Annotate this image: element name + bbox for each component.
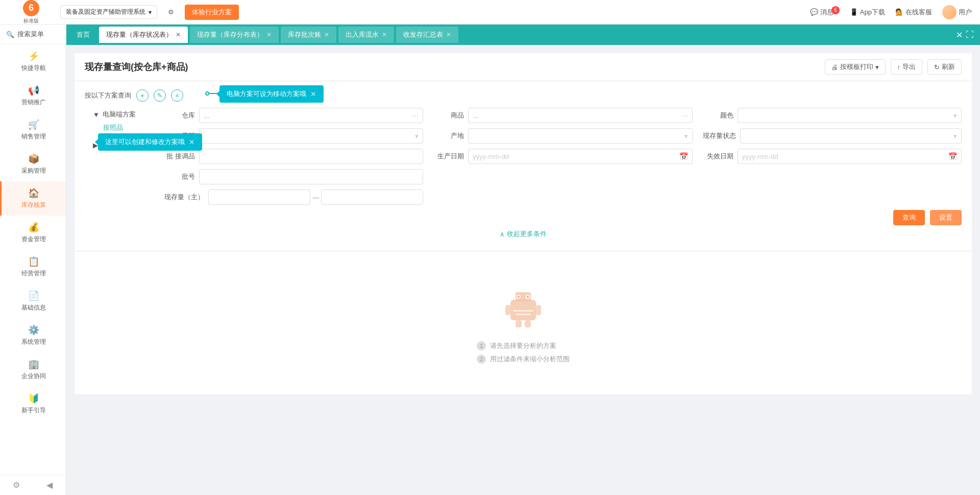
sidebar-item-enterprise[interactable]: 🏢 企业协同 [0, 352, 66, 387]
filter-batch-no: 批号 [164, 169, 423, 184]
online-service-button[interactable]: 💁 在线客服 [895, 8, 932, 17]
filter-label: 按以下方案查询 [85, 91, 131, 100]
sidebar-item-quick[interactable]: ⚡ 快捷导航 [0, 44, 66, 79]
tab-close-icon[interactable]: ✕ [266, 31, 272, 38]
sales-icon: 🛒 [28, 119, 39, 130]
tab-inventory-distribution[interactable]: 现存量（库存分布表） ✕ [190, 27, 279, 43]
content-card: 现存量查询(按仓库+商品) 🖨 按模板打印 ▾ ↑ 导出 [75, 53, 972, 394]
filter-size: 尺码 ▾ [164, 128, 423, 144]
filter-row-1: 仓库 ... ⋯ 商品 . [164, 108, 962, 123]
sidebar-item-label: 资金管理 [21, 235, 46, 244]
tab-home[interactable]: 首页 [69, 27, 97, 43]
tooltip-close-icon[interactable]: ✕ [189, 138, 195, 146]
dropdown-chevron-icon: ▾ [684, 132, 688, 140]
collapse-filter-button[interactable]: ∧ 收起更多条件 [85, 225, 962, 243]
collapse-sidebar-button[interactable]: ◀ [33, 475, 66, 495]
scheme-desktop-group[interactable]: ▼ 电脑端方案 [93, 108, 154, 121]
tab-label: 收发存汇总表 [403, 30, 443, 39]
sidebar-item-inventory[interactable]: 🏠 库存核算 [0, 181, 66, 216]
settings-icon[interactable]: ⚙ [163, 5, 179, 20]
scheme-item-goods[interactable]: 按照品 [103, 121, 154, 134]
add-scheme-button[interactable]: + [136, 89, 149, 102]
expire-date-input[interactable]: yyyy-mm-dd 📅 [738, 149, 962, 164]
edit-scheme-button[interactable]: ✎ [154, 89, 166, 102]
refresh-button[interactable]: ↻ 刷新 [927, 59, 962, 75]
search-button[interactable]: 查询 [893, 210, 925, 225]
empty-tip-2: 2 用过滤条件来缩小分析范围 [477, 355, 570, 364]
tab-summary[interactable]: 收发存汇总表 ✕ [396, 27, 458, 43]
message-button[interactable]: 💬 消息 6 [810, 8, 840, 17]
print-icon: 🖨 [831, 63, 838, 71]
origin-select[interactable]: ▾ [468, 128, 692, 144]
color-label: 颜色 [703, 111, 733, 120]
refresh-label: 刷新 [942, 62, 955, 72]
tab-inventory-status[interactable]: 现存量（库存状况表） ✕ [99, 27, 188, 43]
svg-rect-9 [505, 305, 510, 315]
app-download-label: App下载 [860, 8, 885, 17]
range-separator: — [312, 194, 319, 201]
sidebar-item-basic[interactable]: 📄 基础信息 [0, 284, 66, 318]
tooltip-text: 这里可以创建和修改方案哦 [105, 137, 185, 147]
sidebar-search[interactable]: 🔍 搜索菜单 [0, 25, 66, 44]
batch-no-input[interactable] [199, 169, 423, 184]
expire-date-placeholder: yyyy-mm-dd [742, 153, 778, 160]
sidebar-item-label: 采购管理 [21, 167, 46, 175]
dropdown-chevron-icon: ▾ [953, 112, 957, 120]
tab-fullscreen-icon[interactable]: ⛶ [966, 30, 974, 40]
tooltip-dot [205, 91, 209, 96]
tab-close-icon[interactable]: ✕ [382, 31, 387, 38]
basic-icon: 📄 [28, 290, 39, 301]
print-button[interactable]: 🖨 按模板打印 ▾ [825, 59, 886, 75]
dropdown-arrow-icon: ▾ [149, 9, 152, 16]
goods-placeholder: ... [473, 112, 478, 120]
stock-range-max[interactable] [321, 190, 423, 205]
tab-close-icon[interactable]: ✕ [446, 31, 451, 38]
sidebar-item-operation[interactable]: 📋 经营管理 [0, 250, 66, 284]
sidebar-item-marketing[interactable]: 📢 营销推广 [0, 79, 66, 113]
home-tab-label: 首页 [77, 30, 90, 39]
sidebar-item-sales[interactable]: 🛒 销售管理 [0, 113, 66, 147]
sidebar-item-label: 营销推广 [21, 98, 46, 107]
tooltip-close-icon[interactable]: ✕ [310, 90, 316, 98]
warehouse-select[interactable]: ... ⋯ [199, 108, 423, 123]
svg-point-5 [527, 296, 529, 298]
goods-select[interactable]: ... ⋯ [468, 108, 692, 123]
tab-batch-ledger[interactable]: 库存批次账 ✕ [281, 27, 336, 43]
more-options-icon: ⋯ [681, 112, 688, 120]
tooltip-text: 电脑方案可设为移动方案哦 [227, 89, 306, 99]
marketing-icon: 📢 [28, 85, 39, 96]
avatar [942, 5, 957, 19]
sidebar-item-purchase[interactable]: 📦 采购管理 [0, 147, 66, 181]
sidebar-item-label: 企业协同 [21, 372, 46, 381]
tab-label: 现存量（库存状况表） [106, 30, 173, 39]
tab-close-icon[interactable]: ✕ [176, 31, 181, 38]
service-icon: 💁 [895, 8, 903, 16]
system-selector[interactable]: 装备及固定资产辅助管理系统 ▾ [60, 5, 157, 19]
sidebar-item-system[interactable]: ⚙️ 系统管理 [0, 318, 66, 352]
export-button[interactable]: ↑ 导出 [891, 59, 923, 75]
reset-button[interactable]: 设置 [930, 210, 962, 225]
sidebar-item-guide[interactable]: 🔰 新手引导 [0, 387, 66, 421]
color-select[interactable]: ▾ [738, 108, 962, 123]
tab-close-all-icon[interactable]: ✕ [956, 30, 963, 40]
logo-subtitle: 标准版 [23, 17, 39, 25]
user-label: 用户 [959, 8, 972, 17]
size-select[interactable]: ▾ [199, 128, 423, 144]
stock-status-select[interactable]: ▾ [740, 128, 962, 144]
main-content: 现存量查询(按仓库+商品) 🖨 按模板打印 ▾ ↑ 导出 [66, 45, 980, 495]
trial-button[interactable]: 体验行业方案 [185, 5, 239, 20]
tab-flow[interactable]: 出入库流水 ✕ [338, 27, 394, 43]
user-menu[interactable]: 用户 [942, 5, 972, 19]
filter-area: 按以下方案查询 + ✎ « [75, 81, 972, 251]
empty-illustration [498, 282, 549, 333]
batch-type-input[interactable] [199, 149, 423, 164]
global-settings-button[interactable]: ⚙ [0, 475, 33, 495]
search-icon: 🔍 [6, 31, 14, 38]
tab-close-icon[interactable]: ✕ [324, 31, 329, 38]
sidebar-item-finance[interactable]: 💰 资金管理 [0, 216, 66, 250]
stock-range-min[interactable] [208, 190, 310, 205]
back-scheme-button[interactable]: « [171, 89, 183, 102]
app-download-button[interactable]: 📱 App下载 [850, 8, 885, 17]
produce-date-input[interactable]: yyyy-mm-dd 📅 [468, 149, 692, 164]
header-actions: 🖨 按模板打印 ▾ ↑ 导出 ↻ 刷新 [825, 59, 962, 75]
